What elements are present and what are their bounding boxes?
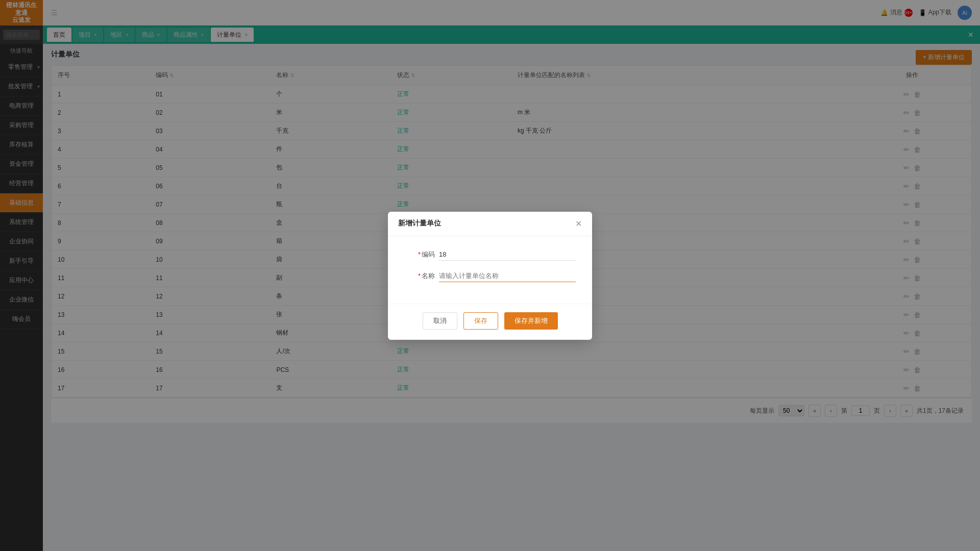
form-row-code: *编码 — [404, 248, 576, 261]
name-input[interactable] — [439, 270, 576, 282]
save-button[interactable]: 保存 — [463, 312, 498, 330]
modal-footer: 取消 保存 保存并新增 — [388, 304, 592, 340]
cancel-button[interactable]: 取消 — [423, 312, 457, 330]
code-input[interactable] — [439, 248, 576, 261]
code-label: *编码 — [404, 250, 435, 259]
save-and-new-button[interactable]: 保存并新增 — [504, 312, 558, 330]
add-unit-modal: 新增计量单位 ✕ *编码 *名称 取消 保存 保存并新增 — [388, 212, 592, 340]
modal-overlay: 新增计量单位 ✕ *编码 *名称 取消 保存 保存并新增 — [0, 0, 980, 551]
modal-header: 新增计量单位 ✕ — [388, 212, 592, 236]
modal-close-button[interactable]: ✕ — [575, 219, 582, 229]
modal-body: *编码 *名称 — [388, 236, 592, 304]
form-row-name: *名称 — [404, 270, 576, 282]
modal-title: 新增计量单位 — [398, 219, 441, 228]
name-label: *名称 — [404, 271, 435, 281]
